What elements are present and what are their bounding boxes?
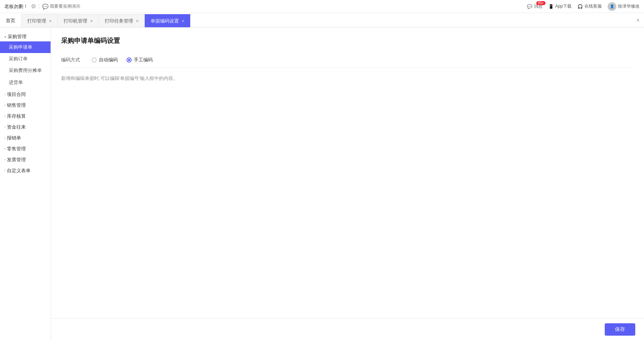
reimbursement-group-label: 报销单 [7,135,21,141]
tab-printer-management-label: 打印机管理 [64,18,87,24]
project-group-arrow: › [4,92,5,96]
sales-group-arrow: › [4,103,5,107]
top-bar-left: 老板勿删！ ⚙ 我要看实例演示 [4,3,80,10]
sidebar-group-purchase[interactable]: ▾ 采购管理 [0,31,51,41]
radio-manual-circle [127,57,132,62]
tab-barcode-setting[interactable]: 单据编码设置 × [145,14,191,27]
user-name: 徐泽华修改 [618,3,640,9]
project-group-label: 项目合同 [7,91,26,98]
retail-group-arrow: › [4,147,5,151]
content-area: 采购申请单编码设置 编码方式 自动编码 手工编码 新增和编辑单据时,可以编辑'单… [51,28,644,340]
demo-link[interactable]: 我要看实例演示 [42,3,80,9]
service-icon: 🎧 [577,4,583,9]
page-title: 采购申请单编码设置 [61,36,634,45]
message-button[interactable]: 💬 消息 99+ [527,3,543,9]
tab-bar-close-all[interactable]: × [632,17,644,24]
purchase-group-arrow: ▾ [4,35,6,39]
tab-print-task-close[interactable]: × [136,19,139,24]
sidebar-item-purchase-expense-label: 采购费用分摊单 [9,68,42,73]
tab-print-management-label: 打印管理 [27,18,46,24]
radio-auto-label: 自动编码 [99,57,118,63]
service-label: 在线客服 [584,3,602,9]
sidebar-group-inventory[interactable]: › 库存核算 [0,110,51,121]
sidebar-item-purchase-request[interactable]: 采购申请单 [0,41,51,53]
inventory-group-arrow: › [4,114,5,118]
sidebar-group-invoice[interactable]: › 发票管理 [0,154,51,165]
tab-barcode-setting-close[interactable]: × [182,19,184,24]
save-button[interactable]: 保存 [605,323,635,336]
tab-bar: 首页 打印管理 × 打印机管理 × 打印任务管理 × 单据编码设置 × × [0,13,644,28]
custom-form-group-label: 自定义表单 [7,167,31,174]
sidebar: ▾ 采购管理 采购申请单 采购订单 采购费用分摊单 进货单 › 项目合同 › 销… [0,28,51,340]
app-label: App下载 [555,3,572,9]
invoice-group-arrow: › [4,158,5,162]
sidebar-item-purchase-request-label: 采购申请单 [9,44,32,50]
tab-print-task-label: 打印任务管理 [105,18,133,24]
finance-group-label: 资金往来 [7,124,26,130]
app-icon: 📱 [548,4,554,9]
encoding-label: 编码方式 [61,57,83,63]
reimbursement-group-arrow: › [4,136,5,140]
tab-print-task[interactable]: 打印任务管理 × [99,14,145,27]
settings-icon[interactable]: ⚙ [31,3,36,10]
sidebar-item-purchase-goods[interactable]: 进货单 [0,77,51,88]
user-avatar: 👤 [608,2,616,11]
sidebar-group-reimbursement[interactable]: › 报销单 [0,132,51,143]
tab-printer-management[interactable]: 打印机管理 × [58,14,99,27]
sidebar-group-custom-form[interactable]: › 自定义表单 [0,165,51,175]
encoding-row: 编码方式 自动编码 手工编码 [61,52,634,68]
inventory-group-label: 库存核算 [7,113,26,120]
app-title: 老板勿删！ [4,3,28,10]
sales-group-label: 销售管理 [7,102,26,109]
radio-manual[interactable]: 手工编码 [127,57,153,63]
message-icon: 💬 [527,4,532,9]
sidebar-item-purchase-order-label: 采购订单 [9,56,28,61]
hint-text: 新增和编辑单据时,可以编辑'单据编号'输入框中的内容。 [61,75,634,82]
sidebar-group-finance[interactable]: › 资金往来 [0,121,51,132]
invoice-group-label: 发票管理 [7,157,26,163]
sidebar-group-project[interactable]: › 项目合同 [0,88,51,99]
app-download-button[interactable]: 📱 App下载 [548,3,572,9]
tab-barcode-setting-label: 单据编码设置 [151,18,179,24]
radio-manual-label: 手工编码 [134,57,153,63]
bottom-bar: 保存 [51,318,644,340]
sidebar-item-purchase-expense[interactable]: 采购费用分摊单 [0,65,51,76]
tab-home-label: 首页 [6,17,15,24]
sidebar-group-retail[interactable]: › 零售管理 [0,143,51,154]
demo-text: 我要看实例演示 [50,3,80,9]
retail-group-label: 零售管理 [7,146,26,152]
top-bar: 老板勿删！ ⚙ 我要看实例演示 💬 消息 99+ 📱 App下载 🎧 在线客服 … [0,0,644,13]
tab-print-management-close[interactable]: × [49,19,52,24]
tab-print-management[interactable]: 打印管理 × [21,14,58,27]
radio-auto[interactable]: 自动编码 [92,57,118,63]
sidebar-item-purchase-goods-label: 进货单 [9,80,23,85]
top-bar-right: 💬 消息 99+ 📱 App下载 🎧 在线客服 👤 徐泽华修改 [527,2,640,11]
finance-group-arrow: › [4,125,5,129]
radio-auto-circle [92,57,97,62]
content-inner: 采购申请单编码设置 编码方式 自动编码 手工编码 新增和编辑单据时,可以编辑'单… [51,28,644,318]
tab-home[interactable]: 首页 [0,14,21,27]
online-service-button[interactable]: 🎧 在线客服 [577,3,602,9]
main-layout: ▾ 采购管理 采购申请单 采购订单 采购费用分摊单 进货单 › 项目合同 › 销… [0,28,644,340]
sidebar-group-sales[interactable]: › 销售管理 [0,99,51,110]
divider [39,4,39,9]
message-badge: 99+ [536,1,545,5]
purchase-group-label: 采购管理 [8,33,27,40]
user-profile-button[interactable]: 👤 徐泽华修改 [608,2,640,11]
sidebar-item-purchase-order[interactable]: 采购订单 [0,53,51,65]
tab-printer-management-close[interactable]: × [90,19,93,24]
custom-form-group-arrow: › [4,169,5,173]
